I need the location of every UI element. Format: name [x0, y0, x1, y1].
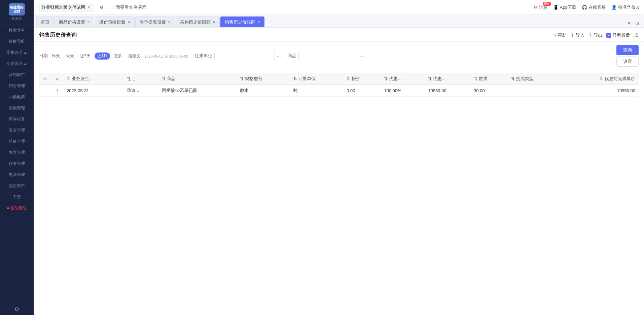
version-selector-label: 好业财标准版交付试用 — [41, 4, 85, 10]
from-unit-label: 往来单位 — [195, 53, 212, 59]
sidebar-item-ledger[interactable]: 总账管理 — [0, 136, 34, 147]
sidebar-item-inventory[interactable]: 库存核算 — [0, 114, 34, 125]
col-header-quantity[interactable]: ⇅ 数量 — [470, 73, 508, 85]
sort-icon: ⇅ — [127, 76, 131, 81]
topbar-right: ✉ 消息 99+ 📱 App下载 🎧 在线客服 👤 徐泽华修改 — [534, 4, 640, 10]
col-header-goods[interactable]: ⇅ 商品 — [158, 73, 237, 85]
import-button[interactable]: ⤓ 导入 — [571, 32, 584, 38]
date-option-custom[interactable]: 自定义 — [126, 53, 142, 60]
table-wrapper: ⚙ # ⇅ 业务发生... ⇅ ... ⇅ 商品 — [34, 70, 644, 315]
sidebar-item-tax[interactable]: 税务管理 — [0, 158, 34, 169]
only-last-checkbox-label[interactable]: ✓ 只看最后一次 — [606, 32, 639, 38]
col-header-date[interactable]: ⇅ 业务发生... — [63, 73, 123, 85]
demo-label: 我要看实例演示 — [116, 4, 146, 10]
page-header: 销售历史价查询 ? 帮助 ⤓ 导入 ⤒ 导出 ✓ 只看最后一次 — [34, 28, 644, 42]
date-option-yesterday[interactable]: 昨天 — [50, 53, 62, 60]
close-window-button[interactable]: ✕ — [625, 19, 633, 27]
col-header-spec[interactable]: ⇅ 规格型号 — [237, 73, 290, 85]
main-area: 好业财标准版交付试用 ▼ ⚙ ○ 我要看实例演示 ✉ 消息 99+ 📱 App下… — [34, 0, 644, 315]
sidebar-logo: 畅捷通好业财 标准版 — [0, 0, 34, 25]
col-header-trade-type[interactable]: ⇅ 交易类型 — [508, 73, 561, 85]
tab-close-sales-history[interactable]: ✕ — [257, 20, 260, 24]
sidebar-item-wholesale[interactable]: 批发管理 ▲ — [0, 58, 34, 69]
col-header-discount-amt[interactable]: ⇅ 优惠... — [425, 73, 470, 85]
export-button[interactable]: ⤒ 导出 — [588, 32, 602, 38]
tab-price-settings[interactable]: 商品价格设置 ✕ — [55, 16, 94, 27]
cell-date: 2023-05-31 — [63, 85, 123, 97]
message-button[interactable]: ✉ 消息 99+ — [534, 4, 548, 10]
tab-close-price-settings[interactable]: ✕ — [87, 20, 90, 24]
date-option-today[interactable]: 今天 — [64, 53, 76, 60]
sidebar-item-marketing[interactable]: 营销推广 — [0, 69, 34, 80]
sidebar-item-purchase[interactable]: 采购管理 — [0, 103, 34, 114]
app-download-button[interactable]: 📱 App下载 — [553, 4, 576, 10]
cell-spec: 散水 — [237, 85, 290, 97]
goods-input[interactable] — [298, 52, 359, 60]
tab-close-price-extract[interactable]: ✕ — [168, 20, 171, 24]
headset-icon: 🎧 — [582, 5, 587, 10]
import-icon: ⤓ — [571, 33, 574, 38]
online-service-button[interactable]: 🎧 在线客服 — [582, 4, 606, 10]
settings-icon: ⚙ — [100, 5, 104, 10]
date-option-last7days[interactable]: 近7天 — [78, 53, 93, 60]
sidebar-item-ecommerce[interactable]: 电商管理 — [0, 169, 34, 180]
col-header-pretax-price[interactable]: ⇅ 优惠前无税单价 — [561, 73, 639, 85]
only-last-checkbox[interactable]: ✓ — [606, 33, 611, 38]
sidebar-item-sales[interactable]: 销售管理 — [0, 80, 34, 92]
sidebar-item-search[interactable]: 搜索菜单 — [0, 25, 34, 36]
tab-sales-history[interactable]: 销售历史价跟踪 ✕ — [220, 16, 264, 27]
cell-discount-amt: 10950.00 — [425, 85, 470, 97]
version-selector[interactable]: 好业财标准版交付试用 ▼ — [38, 3, 94, 12]
tab-price-strategy[interactable]: 进价策略设置 ✕ — [95, 16, 135, 27]
sidebar-bottom: ⚙ — [0, 303, 34, 315]
sidebar-item-invoice[interactable]: 发票管理 — [0, 147, 34, 158]
sidebar-settings-icon[interactable]: ⚙ — [3, 306, 31, 312]
date-option-last1month[interactable]: 近1月 — [95, 53, 110, 60]
cell-pretax-price: 10950.00 — [561, 85, 639, 97]
col-header-price[interactable]: ⇅ 报价 — [343, 73, 381, 85]
tab-price-extract[interactable]: 售价提取设置 ✕ — [135, 16, 175, 27]
date-range-text: 2023-05-02 至 2023-06-02 — [144, 54, 188, 59]
tab-close-purchase-history[interactable]: ✕ — [213, 20, 215, 24]
col-header-gear[interactable]: ⚙ — [39, 73, 51, 85]
page-actions: ? 帮助 ⤓ 导入 ⤒ 导出 ✓ 只看最后一次 — [554, 32, 639, 38]
sidebar-item-finance[interactable]: 资金管理 — [0, 125, 34, 136]
maximize-window-button[interactable]: ⊡ — [633, 19, 641, 27]
col-header-discount-rate[interactable]: ⇅ 优惠... — [381, 73, 425, 85]
filter-settings-button[interactable]: 设置 — [616, 57, 639, 67]
col-header-more[interactable]: ⇅ ... — [123, 73, 158, 85]
from-unit-input[interactable] — [214, 52, 275, 60]
sidebar: 畅捷通好业财 标准版 搜索菜单 快捷导航 零售管理 ▲ 批发管理 ▲ 营销推广 … — [0, 0, 34, 315]
topbar-settings-button[interactable]: ⚙ — [97, 3, 106, 12]
tab-close-price-strategy[interactable]: ✕ — [128, 20, 130, 24]
sidebar-item-smart[interactable]: 智能管理 — [0, 203, 34, 214]
tab-home[interactable]: 首页 — [36, 16, 54, 27]
sidebar-item-xiaochangec[interactable]: 小畅电商 — [0, 92, 34, 103]
tab-purchase-history[interactable]: 采购历史价跟踪 ✕ — [176, 16, 220, 27]
cell-price: 0.00 — [343, 85, 381, 97]
sort-icon: ⇅ — [474, 76, 477, 81]
sidebar-item-salary[interactable]: 工资 — [0, 191, 34, 203]
user-profile-button[interactable]: 👤 徐泽华修改 — [611, 4, 640, 10]
notification-dot — [7, 207, 9, 209]
help-button[interactable]: ? 帮助 — [554, 32, 567, 38]
goods-dots[interactable]: ··· — [361, 53, 365, 59]
demo-link[interactable]: ○ 我要看实例演示 — [112, 4, 146, 10]
filter-buttons: 查询 设置 — [616, 45, 639, 67]
col-header-unit[interactable]: ⇅ 计量单位 — [290, 73, 344, 85]
help-icon: ? — [554, 33, 557, 38]
cell-num: 1 — [51, 85, 63, 97]
goods-filter-group: 商品 ··· — [288, 52, 365, 60]
date-option-more[interactable]: 更多 — [112, 53, 124, 60]
sidebar-item-assets[interactable]: 固定资产 — [0, 180, 34, 191]
cell-more: 华追... — [123, 85, 158, 97]
cell-gear — [39, 85, 51, 97]
query-button[interactable]: 查询 — [616, 45, 639, 55]
col-header-num: # — [51, 73, 63, 85]
from-unit-dots[interactable]: ··· — [277, 53, 281, 59]
sort-icon: ⇅ — [347, 76, 350, 81]
cell-goods: 丙烯酸-2-乙基已酯 — [158, 85, 237, 97]
selector-arrow-icon: ▼ — [87, 5, 91, 9]
sidebar-item-quick-nav[interactable]: 快捷导航 — [0, 36, 34, 47]
sidebar-item-retail[interactable]: 零售管理 ▲ — [0, 47, 34, 58]
